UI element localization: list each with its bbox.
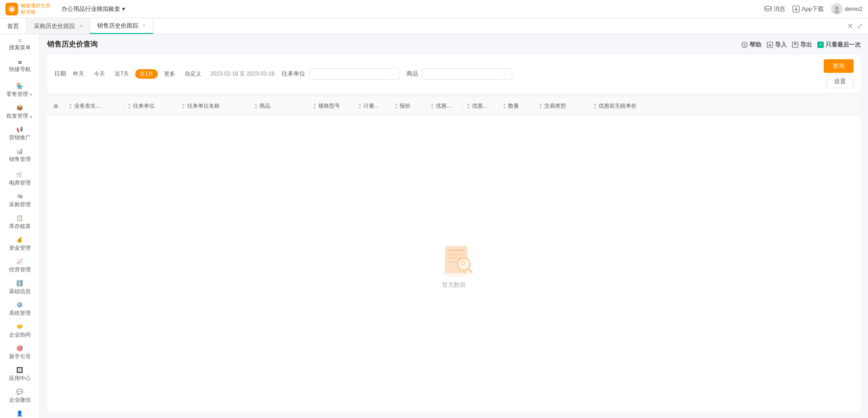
finance-icon: 💰 xyxy=(16,237,23,243)
sidebar-item-nav[interactable]: 快捷导航 xyxy=(0,56,39,78)
guide-icon: 🎯 xyxy=(16,345,23,352)
sidebar-label-finance: 资金管理 xyxy=(9,244,31,252)
date-btn-custom[interactable]: 自定义 xyxy=(181,69,205,79)
unit-label: 往来单位 xyxy=(282,70,305,78)
date-options: 昨天 今天 近7天 近1月 更多 自定义 xyxy=(70,69,205,79)
sidebar-item-sales[interactable]: 📊 销售管理 xyxy=(0,145,39,166)
date-btn-more[interactable]: 更多 xyxy=(160,69,179,79)
tab2-close[interactable]: × xyxy=(143,23,146,28)
sort-icon-discount2: ▲▼ xyxy=(467,103,470,110)
svg-rect-11 xyxy=(20,63,21,64)
tab-sales-history[interactable]: 销售历史价跟踪 × xyxy=(90,18,153,34)
product-input[interactable]: ··· xyxy=(422,68,512,80)
sidebar-label-purchase: 采购管理 xyxy=(9,201,31,209)
download-btn[interactable]: App下载 xyxy=(793,5,824,13)
sidebar-item-guide[interactable]: 🎯 新手引导 xyxy=(0,342,39,364)
sidebar-item-ecommerce[interactable]: 🛒 电商管理 xyxy=(0,168,39,190)
th-settings[interactable]: ⚙ xyxy=(47,99,65,114)
sidebar-item-member[interactable]: 👤 畅会员 xyxy=(0,407,39,418)
basic-icon: ℹ️ xyxy=(16,280,23,286)
tab-purchase-history[interactable]: 采购历史价跟踪 × xyxy=(27,18,90,34)
import-btn[interactable]: 导入 xyxy=(767,41,787,49)
sort-icon-spec: ▲▼ xyxy=(313,103,316,110)
sidebar-item-inventory[interactable]: 📋 库存核算 xyxy=(0,212,39,233)
th-date[interactable]: ▲▼ 业务发生... xyxy=(65,98,124,114)
query-btn[interactable]: 查询 xyxy=(824,59,854,73)
date-filter-group: 日期 昨天 今天 近7天 近1月 更多 自定义 2023-02-18 至 202… xyxy=(54,69,274,79)
page-title-actions: ? 帮助 导入 导出 ✓ 只看最后一次 xyxy=(741,41,861,49)
tab-close-window[interactable]: ✕ xyxy=(847,22,853,30)
export-btn[interactable]: 导出 xyxy=(792,41,812,49)
settings-btn[interactable]: 设置 xyxy=(826,75,854,88)
th-discount2[interactable]: ▲▼ 优惠... xyxy=(463,98,499,114)
th-no-tax[interactable]: ▲▼ 优惠前无税单价 xyxy=(590,98,861,114)
svg-rect-8 xyxy=(18,61,19,62)
sidebar-item-operations[interactable]: 📈 经营管理 xyxy=(0,255,39,277)
svg-rect-9 xyxy=(20,61,21,62)
svg-rect-20 xyxy=(447,257,461,259)
main-layout: 搜索菜单 快捷导航 🏪 零售管理 ▼ 📦 批发管理 ▲ 📢 营销推广 📊 xyxy=(0,34,868,418)
wholesale-arrow: ▲ xyxy=(29,114,33,119)
date-btn-7days[interactable]: 近7天 xyxy=(111,69,132,79)
th-qty[interactable]: ▲▼ 数量 xyxy=(499,98,535,114)
app-selector[interactable]: 办公用品行业模拟账套 ▾ xyxy=(61,5,125,13)
sidebar-label-sales: 销售管理 xyxy=(9,156,31,163)
help-btn[interactable]: ? 帮助 xyxy=(741,41,761,49)
th-unit-id[interactable]: ▲▼ 往来单位 xyxy=(124,98,178,114)
sidebar-label-marketing: 营销推广 xyxy=(9,134,31,142)
product-input-dots: ··· xyxy=(503,71,508,77)
svg-text:?: ? xyxy=(743,43,746,48)
empty-illustration xyxy=(436,239,472,276)
settings-gear-icon: ⚙ xyxy=(53,103,58,109)
sidebar-item-enterprise[interactable]: 🤝 企业协同 xyxy=(0,320,39,342)
tab1-close[interactable]: × xyxy=(80,24,82,28)
th-unit-name[interactable]: ▲▼ 往来单位名称 xyxy=(178,98,250,114)
sidebar-item-app[interactable]: 🔲 应用中心 xyxy=(0,364,39,385)
topbar: 畅 畅捷通好生意 标准版 办公用品行业模拟账套 ▾ 消息 App下载 demo2 xyxy=(0,0,868,18)
only-last-checkbox[interactable]: ✓ 只看最后一次 xyxy=(817,41,861,49)
topbar-left: 畅 畅捷通好生意 标准版 办公用品行业模拟账套 ▾ xyxy=(5,3,125,15)
date-btn-today[interactable]: 今天 xyxy=(90,69,108,79)
sidebar-item-purchase[interactable]: 🛍 采购管理 xyxy=(0,190,39,212)
page-title-area: 销售历史价查询 ? 帮助 导入 导出 ✓ xyxy=(47,40,861,49)
page-title: 销售历史价查询 xyxy=(47,40,98,49)
tab1-label: 采购历史价跟踪 xyxy=(34,22,75,30)
sidebar-item-system[interactable]: ⚙️ 系统管理 xyxy=(0,299,39,320)
svg-line-24 xyxy=(468,269,472,272)
operations-icon: 📈 xyxy=(16,258,23,265)
sidebar-label-wechat: 企业微信 xyxy=(9,396,31,404)
sidebar-item-retail[interactable]: 🏪 零售管理 ▼ xyxy=(0,80,39,101)
message-btn[interactable]: 消息 xyxy=(764,5,785,13)
sidebar-item-wholesale[interactable]: 📦 批发管理 ▲ xyxy=(0,101,39,123)
sort-icon-discount1: ▲▼ xyxy=(430,103,434,110)
sidebar-item-wechat[interactable]: 💬 企业微信 xyxy=(0,385,39,407)
table-header: ⚙ ▲▼ 业务发生... ▲▼ 往来单位 ▲▼ 往来单位名称 xyxy=(47,97,861,115)
date-label: 日期 xyxy=(54,70,66,78)
tab-home[interactable]: 首页 xyxy=(0,18,27,34)
home-tab-label: 首页 xyxy=(7,22,19,30)
th-unit-measure[interactable]: ▲▼ 计量... xyxy=(354,98,391,114)
enterprise-icon: 🤝 xyxy=(16,323,23,330)
sidebar-label-nav: 快捷导航 xyxy=(9,66,31,73)
system-icon: ⚙️ xyxy=(16,302,23,308)
th-price[interactable]: ▲▼ 报价 xyxy=(391,98,427,114)
svg-rect-18 xyxy=(447,249,465,252)
unit-input[interactable]: ··· xyxy=(309,68,399,80)
sidebar-label-system: 系统管理 xyxy=(9,309,31,317)
empty-state: 暂无数据 xyxy=(47,115,861,413)
date-btn-yesterday[interactable]: 昨天 xyxy=(70,69,88,79)
sidebar-item-marketing[interactable]: 📢 营销推广 xyxy=(0,123,39,145)
sidebar-item-finance[interactable]: 💰 资金管理 xyxy=(0,233,39,255)
sort-icon-qty: ▲▼ xyxy=(503,103,506,110)
th-trade[interactable]: ▲▼ 交易类型 xyxy=(535,98,590,114)
date-btn-1month[interactable]: 近1月 xyxy=(135,69,158,79)
th-product[interactable]: ▲▼ 商品 xyxy=(250,98,309,114)
sidebar-item-search[interactable]: 搜索菜单 xyxy=(0,34,39,56)
sidebar-item-basic[interactable]: ℹ️ 基础信息 xyxy=(0,277,39,299)
tab-maximize[interactable]: ⤢ xyxy=(857,22,863,30)
user-area[interactable]: demo2 xyxy=(831,3,863,15)
sidebar: 搜索菜单 快捷导航 🏪 零售管理 ▼ 📦 批发管理 ▲ 📢 营销推广 📊 xyxy=(0,34,40,418)
th-discount1[interactable]: ▲▼ 优惠... xyxy=(427,98,463,114)
th-spec[interactable]: ▲▼ 规格型号 xyxy=(309,98,354,114)
wholesale-icon: 📦 xyxy=(16,104,23,111)
